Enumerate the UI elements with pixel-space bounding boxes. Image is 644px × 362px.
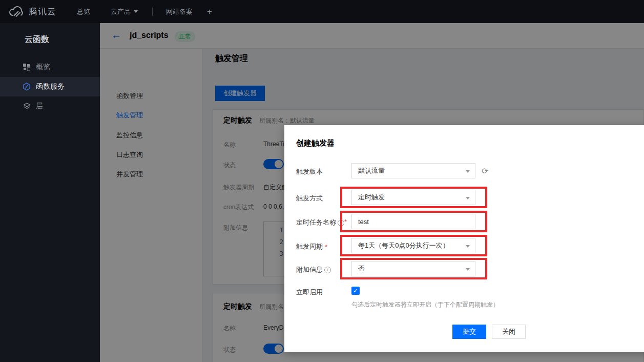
sidebar-item-label: 层 bbox=[36, 102, 43, 111]
trigger-method-select[interactable]: 定时触发 bbox=[351, 190, 475, 205]
refresh-icon[interactable]: ⟳ bbox=[482, 166, 488, 176]
function-service-icon bbox=[23, 83, 31, 91]
trigger-cycle-value: 每1天（每天0点0分执行一次） bbox=[358, 241, 449, 250]
brand[interactable]: 腾讯云 bbox=[8, 6, 56, 18]
sidebar-item-label: 函数服务 bbox=[36, 82, 65, 91]
chevron-down-icon bbox=[466, 245, 470, 248]
label-enable-now: 立即启用 bbox=[296, 288, 323, 297]
nav-item-website-filing[interactable]: 网站备案 bbox=[166, 7, 193, 16]
label-trigger-method: 触发方式 bbox=[296, 194, 323, 203]
chevron-down-icon bbox=[466, 197, 470, 199]
brand-name: 腾讯云 bbox=[29, 6, 56, 17]
label-trigger-cycle-text: 触发周期 bbox=[296, 242, 323, 251]
sidebar-item-label: 概览 bbox=[36, 63, 50, 72]
trigger-cycle-select[interactable]: 每1天（每天0点0分执行一次） bbox=[351, 238, 475, 253]
create-trigger-modal: 创建触发器 触发版本 默认流量 ⟳ 触发方式 定时触发 定时任务名称 i * t… bbox=[284, 125, 644, 352]
label-trigger-version: 触发版本 bbox=[296, 167, 323, 176]
nav-item-cloud-products-label: 云产品 bbox=[111, 7, 131, 16]
modal-title: 创建触发器 bbox=[296, 138, 335, 148]
nav-divider bbox=[152, 8, 153, 16]
nav-item-overview[interactable]: 总览 bbox=[77, 7, 90, 16]
task-name-value: test bbox=[358, 218, 369, 226]
required-marker: * bbox=[325, 243, 327, 251]
left-sidebar: 云函数 概览 函数服务 层 bbox=[0, 23, 100, 362]
chevron-down-icon bbox=[466, 268, 470, 271]
sidebar-item-function-service[interactable]: 函数服务 bbox=[0, 77, 100, 96]
trigger-method-value: 定时触发 bbox=[358, 193, 385, 202]
label-extra-info: 附加信息 i bbox=[296, 265, 331, 274]
trigger-version-select[interactable]: 默认流量 bbox=[351, 163, 475, 178]
trigger-version-value: 默认流量 bbox=[358, 166, 385, 175]
label-task-name: 定时任务名称 i bbox=[296, 218, 344, 227]
top-navbar: 腾讯云 总览 云产品 网站备案 + bbox=[0, 0, 644, 23]
required-marker: * bbox=[344, 218, 347, 226]
label-task-name-text: 定时任务名称 bbox=[296, 218, 336, 227]
enable-now-helper: 勾选后定时触发器将立即开启（于下个配置周期触发） bbox=[351, 300, 499, 309]
info-icon: i bbox=[338, 219, 344, 226]
layers-icon bbox=[23, 102, 31, 110]
nav-item-cloud-products[interactable]: 云产品 bbox=[111, 7, 138, 16]
label-trigger-cycle: 触发周期 * bbox=[296, 242, 327, 251]
info-icon: i bbox=[324, 267, 331, 273]
enable-now-checkbox[interactable]: ✓ bbox=[351, 287, 360, 295]
sidebar-item-overview[interactable]: 概览 bbox=[0, 57, 100, 77]
grid-icon bbox=[23, 63, 31, 71]
label-extra-info-text: 附加信息 bbox=[296, 265, 323, 274]
close-button[interactable]: 关闭 bbox=[492, 325, 526, 339]
extra-info-value: 否 bbox=[358, 264, 365, 273]
sidebar-item-layers[interactable]: 层 bbox=[0, 96, 100, 116]
tencent-cloud-logo-icon bbox=[8, 6, 25, 18]
chevron-down-icon bbox=[466, 170, 470, 173]
add-tab-icon[interactable]: + bbox=[207, 7, 212, 17]
submit-button[interactable]: 提交 bbox=[452, 325, 486, 339]
chevron-down-icon bbox=[134, 10, 138, 13]
task-name-input[interactable]: test bbox=[351, 214, 475, 229]
extra-info-select[interactable]: 否 bbox=[351, 261, 475, 276]
content-region: ← jd_scripts 正常 函数管理 触发管理 监控信息 日志查询 并发管理… bbox=[100, 23, 644, 362]
sidebar-title: 云函数 bbox=[0, 23, 100, 45]
